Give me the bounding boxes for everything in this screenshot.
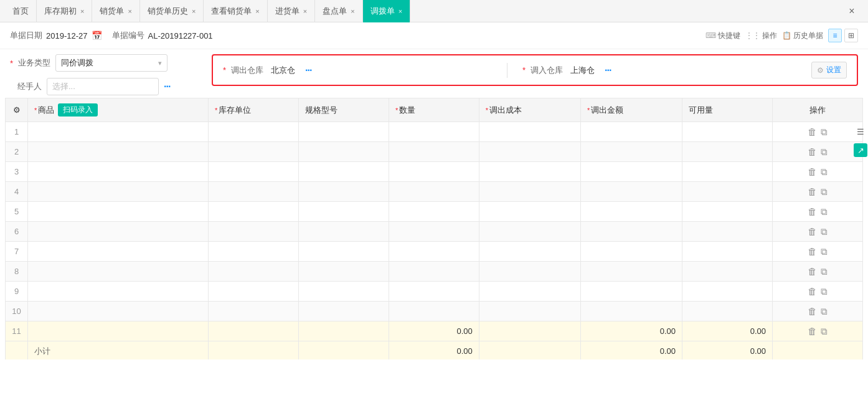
cell-cost-10[interactable] [479,302,580,321]
copy-icon-5[interactable]: ⧉ [821,206,828,217]
cell-cost-7[interactable] [479,242,580,262]
cell-available-1[interactable] [682,122,773,142]
tab-transfer-order[interactable]: 调拨单 × [363,0,410,22]
cell-product-6[interactable] [28,222,209,242]
cell-unit-3[interactable] [208,162,298,182]
cell-cost-1[interactable] [479,122,580,142]
cell-unit-8[interactable] [208,262,298,282]
cell-unit-10[interactable] [208,302,298,321]
cell-available-7[interactable] [682,242,773,262]
operations-action[interactable]: ⋮⋮ 操作 [745,31,777,41]
cell-amount-9[interactable] [580,282,682,302]
cell-cost-8[interactable] [479,262,580,282]
warehouse-out-more-btn[interactable]: ··· [305,65,311,76]
cell-amount-1[interactable] [580,122,682,142]
th-settings[interactable]: ⚙ [6,98,28,122]
cell-available-8[interactable] [682,262,773,282]
delete-icon-2[interactable]: 🗑 [808,146,817,157]
cell-product-5[interactable] [28,202,209,222]
sidebar-export-btn[interactable]: ↗ [854,143,867,157]
cell-qty-4[interactable] [389,182,479,202]
cell-unit-5[interactable] [208,202,298,222]
cell-amount-7[interactable] [580,242,682,262]
cell-unit-9[interactable] [208,282,298,302]
tab-inventory-init[interactable]: 库存期初 × [37,0,92,22]
cell-available-6[interactable] [682,222,773,242]
cell-cost-5[interactable] [479,202,580,222]
settings-button[interactable]: ⚙ 设置 [811,62,847,79]
layout-list-icon[interactable]: ≡ [828,29,842,42]
cell-available-3[interactable] [682,162,773,182]
tab-close-sales-history[interactable]: × [192,7,196,15]
shortcut-action[interactable]: ⌨ 快捷键 [705,31,740,41]
cell-product-1[interactable] [28,122,209,142]
copy-icon-10[interactable]: ⧉ [821,306,828,317]
cell-unit-7[interactable] [208,242,298,262]
delete-icon-5[interactable]: 🗑 [808,206,817,217]
cell-cost-2[interactable] [479,142,580,162]
history-action[interactable]: 📋 历史单据 [782,31,823,41]
delete-icon-10[interactable]: 🗑 [808,306,817,316]
tab-inventory-count[interactable]: 盘点单 × [315,0,362,22]
cell-unit-1[interactable] [208,122,298,142]
sidebar-list-btn[interactable]: ☰ [854,125,867,138]
tab-close-inventory-init[interactable]: × [80,7,84,15]
delete-icon-3[interactable]: 🗑 [808,166,817,177]
cell-spec-7[interactable] [298,242,389,262]
cell-available-9[interactable] [682,282,773,302]
delete-icon-1[interactable]: 🗑 [808,126,817,137]
cell-cost-4[interactable] [479,182,580,202]
cell-qty-9[interactable] [389,282,479,302]
cell-spec-8[interactable] [298,262,389,282]
cell-qty-10[interactable] [389,302,479,321]
cell-spec-1[interactable] [298,122,389,142]
cell-qty-1[interactable] [389,122,479,142]
delete-icon-8[interactable]: 🗑 [808,266,817,277]
cell-qty-2[interactable] [389,142,479,162]
cell-spec-5[interactable] [298,202,389,222]
warehouse-in-more-btn[interactable]: ··· [605,65,611,76]
copy-icon-2[interactable]: ⧉ [821,146,828,158]
tab-close-inventory-count[interactable]: × [351,7,354,15]
cell-product-10[interactable] [28,302,209,321]
cell-product-9[interactable] [28,282,209,302]
cell-amount-4[interactable] [580,182,682,202]
cell-product-8[interactable] [28,262,209,282]
delete-icon-4[interactable]: 🗑 [808,186,817,197]
cell-qty-8[interactable] [389,262,479,282]
cell-spec-9[interactable] [298,282,389,302]
copy-icon-3[interactable]: ⧉ [821,166,828,178]
cell-product-4[interactable] [28,182,209,202]
business-type-select[interactable]: 同价调拨 ▾ [55,54,167,72]
copy-icon-9[interactable]: ⧉ [821,286,828,297]
cell-amount-5[interactable] [580,202,682,222]
cell-amount-6[interactable] [580,222,682,242]
copy-icon-11[interactable]: ⧉ [821,326,828,337]
cell-unit-2[interactable] [208,142,298,162]
cell-cost-9[interactable] [479,282,580,302]
tab-view-sales[interactable]: 查看销货单 × [204,0,267,22]
tab-close-purchase-order[interactable]: × [303,7,307,15]
cell-amount-3[interactable] [580,162,682,182]
cell-spec-4[interactable] [298,182,389,202]
calendar-icon[interactable]: 📅 [92,31,102,40]
cell-amount-2[interactable] [580,142,682,162]
scan-button[interactable]: 扫码录入 [58,103,98,117]
cell-spec-6[interactable] [298,222,389,242]
cell-available-2[interactable] [682,142,773,162]
tab-home[interactable]: 首页 [5,0,37,22]
cell-unit-4[interactable] [208,182,298,202]
copy-icon-1[interactable]: ⧉ [821,126,828,138]
cell-qty-3[interactable] [389,162,479,182]
copy-icon-4[interactable]: ⧉ [821,186,828,198]
cell-qty-7[interactable] [389,242,479,262]
cell-cost-3[interactable] [479,162,580,182]
cell-product-2[interactable] [28,142,209,162]
cell-available-10[interactable] [682,302,773,321]
cell-product-3[interactable] [28,162,209,182]
cell-cost-6[interactable] [479,222,580,242]
tab-close-view-sales[interactable]: × [255,7,259,15]
copy-icon-8[interactable]: ⧉ [821,266,828,277]
tab-close-sales-order[interactable]: × [128,7,131,15]
handler-select[interactable]: 选择... [47,78,159,95]
